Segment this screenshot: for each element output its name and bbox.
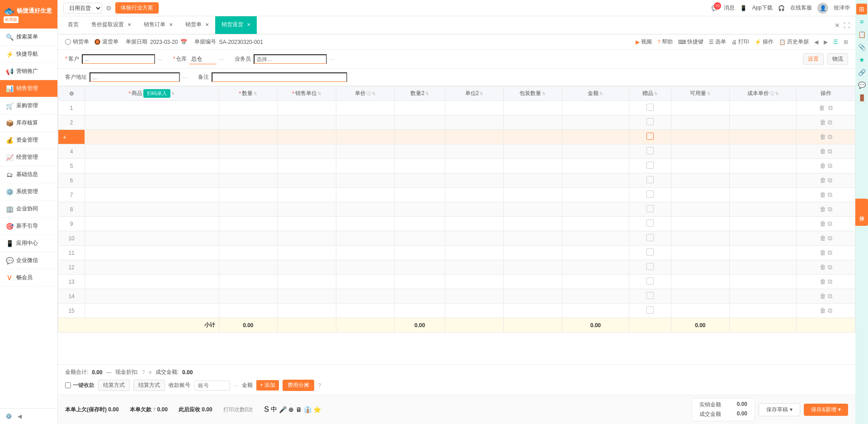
right-panel-clipboard-icon[interactable]: 📋 (856, 29, 867, 40)
delete-row-14-icon[interactable]: 🗑 (820, 292, 826, 300)
cost-cell-2[interactable] (730, 115, 797, 130)
addr-dots-btn[interactable]: ··· (183, 74, 187, 81)
sort-amount-icon[interactable]: ⇅ (599, 91, 603, 96)
gift-checkbox-5[interactable] (646, 162, 654, 169)
sidebar-item-purchase[interactable]: 🛒 采购管理 (0, 97, 57, 114)
sort-unit2-icon[interactable]: ⇅ (480, 91, 483, 96)
delete-row-1-icon[interactable]: 🗑 (819, 104, 825, 111)
avail-cell-3[interactable] (671, 130, 730, 144)
sort-qty-icon[interactable]: ⇅ (254, 91, 257, 96)
gift-cell-1[interactable] (629, 101, 671, 115)
sort-cost-icon[interactable]: ⇅ (775, 91, 779, 96)
delete-row-11-icon[interactable]: 🗑 (820, 249, 826, 256)
cost-cell-3[interactable] (730, 130, 797, 144)
tab-home[interactable]: 首页 (61, 16, 85, 34)
gift-checkbox-1[interactable] (646, 104, 654, 111)
sidebar-item-enterprise[interactable]: 🏢 企业协同 (0, 200, 57, 218)
experience-btn[interactable]: 体验行业方案 (115, 2, 159, 14)
customer-input[interactable] (82, 54, 155, 64)
qty-cell-1[interactable] (219, 101, 278, 115)
copy-row-6-icon[interactable]: ⧉ (828, 176, 832, 184)
delete-row-8-icon[interactable]: 🗑 (820, 205, 826, 213)
right-panel-attachment-icon[interactable]: 📎 (856, 42, 867, 52)
online-service-label[interactable]: 在线客服 (790, 4, 812, 12)
copy-row-2-icon[interactable]: ⧉ (828, 119, 832, 126)
amount-cell-3[interactable] (562, 130, 629, 144)
remark-input[interactable] (212, 72, 347, 82)
view-list-icon[interactable]: ☰ (833, 39, 838, 45)
calc-method-btn[interactable]: 结算方式 (133, 380, 165, 391)
video-action[interactable]: ▶ 视频 (636, 38, 652, 46)
qty2-cell-3[interactable] (395, 130, 445, 144)
price-cell-1[interactable] (336, 101, 395, 115)
return-radio-input[interactable] (94, 39, 100, 45)
copy-row-1-icon[interactable]: ⧉ (828, 104, 833, 111)
copy-row-11-icon[interactable]: ⧉ (828, 249, 832, 256)
logistics-btn[interactable]: 物流 (827, 53, 848, 65)
delete-row-7-icon[interactable]: 🗑 (820, 191, 826, 198)
select-action[interactable]: ☰ 选单 (709, 38, 726, 46)
category-select[interactable]: 日用百货 (63, 3, 102, 14)
tab-sales-delivery[interactable]: 销货单 ✕ (179, 16, 215, 34)
copy-row-9-icon[interactable]: ⧉ (828, 220, 832, 227)
add-row-btn[interactable]: + (60, 133, 69, 142)
tab-close-sales-return[interactable]: ✕ (247, 22, 250, 27)
tab-close-price-settings[interactable]: ✕ (127, 22, 131, 27)
account-input[interactable] (194, 381, 230, 391)
gift-checkbox-8[interactable] (646, 205, 654, 212)
tab-sales-order[interactable]: 销售订单 ✕ (137, 16, 179, 34)
sidebar-item-inventory[interactable]: 📦 库存核算 (0, 114, 57, 132)
gift-checkbox-7[interactable] (646, 191, 654, 198)
sidebar-item-operation[interactable]: 📈 经营管理 (0, 149, 57, 166)
discount-help-icon[interactable]: ? (142, 369, 145, 376)
price-cell-2[interactable] (336, 115, 395, 130)
sidebar-settings-icon[interactable]: ⚙️ (5, 413, 12, 419)
calendar-icon[interactable]: 📅 (180, 39, 187, 45)
settlement-btn[interactable]: 结算方式 (98, 380, 130, 391)
sidebar-item-vip[interactable]: V 畅会员 (0, 269, 57, 286)
type-return-radio[interactable]: 退货单 (94, 38, 118, 46)
staff-dots-btn[interactable]: ··· (330, 56, 334, 62)
right-panel-collapse-icon[interactable]: ≡ (856, 16, 867, 27)
print-action[interactable]: 🖨 打印 (731, 38, 749, 46)
product-cell-3[interactable] (85, 130, 219, 144)
copy-row-13-icon[interactable]: ⧉ (828, 278, 832, 285)
unit-cell-3[interactable] (278, 130, 336, 144)
staff-input[interactable] (254, 54, 327, 64)
tab-close-sales-delivery[interactable]: ✕ (205, 22, 209, 27)
save-draft-btn[interactable]: 保存草稿 ▾ (759, 403, 800, 416)
sidebar-item-basic[interactable]: 🗂 基础信息 (0, 166, 57, 183)
sidebar-item-wechat[interactable]: 💬 企业微信 (0, 252, 57, 269)
right-panel-action-btn[interactable]: 操作 (855, 199, 868, 226)
nav-next-icon[interactable]: ▶ (824, 39, 828, 45)
product-cell-2[interactable] (85, 115, 219, 130)
one-click-checkbox[interactable] (65, 382, 71, 388)
help-action[interactable]: ? 帮助 (657, 38, 673, 46)
right-panel-expand-icon[interactable]: ⊞ (856, 4, 867, 14)
sort-qty2-icon[interactable]: ⇅ (425, 91, 429, 96)
close-all-tabs-icon[interactable]: ✕ (833, 20, 842, 31)
copy-row-5-icon[interactable]: ⧉ (828, 162, 832, 169)
customer-dots-btn[interactable]: ··· (158, 56, 162, 62)
delete-row-3-icon[interactable]: 🗑 (820, 133, 826, 140)
delete-row-9-icon[interactable]: 🗑 (820, 220, 826, 227)
qty2-cell-1[interactable] (395, 101, 445, 115)
settings-btn[interactable]: 设置 (803, 53, 824, 65)
unit2-cell-3[interactable] (445, 130, 504, 144)
pkg-cell-2[interactable] (504, 115, 562, 130)
username-label[interactable]: 徐泽华 (834, 4, 850, 12)
sidebar-item-quicknav[interactable]: ⚡ 快捷导航 (0, 46, 57, 63)
delete-row-6-icon[interactable]: 🗑 (820, 176, 826, 184)
copy-row-7-icon[interactable]: ⧉ (828, 191, 832, 198)
copy-row-8-icon[interactable]: ⧉ (828, 205, 832, 213)
price-cell-3[interactable] (336, 130, 395, 144)
gift-checkbox-14[interactable] (646, 292, 654, 299)
sidebar-item-sales[interactable]: 📊 销售管理 (0, 80, 57, 97)
gift-checkbox-3[interactable] (646, 133, 654, 140)
pkg-cell-1[interactable] (504, 101, 562, 115)
delete-row-5-icon[interactable]: 🗑 (820, 162, 826, 169)
save-new-btn[interactable]: 保存&新增 ▾ (804, 404, 848, 416)
product-cell-1[interactable] (85, 101, 219, 115)
sidebar-item-apps[interactable]: 📱 应用中心 (0, 235, 57, 252)
delivery-radio-input[interactable] (65, 39, 71, 45)
